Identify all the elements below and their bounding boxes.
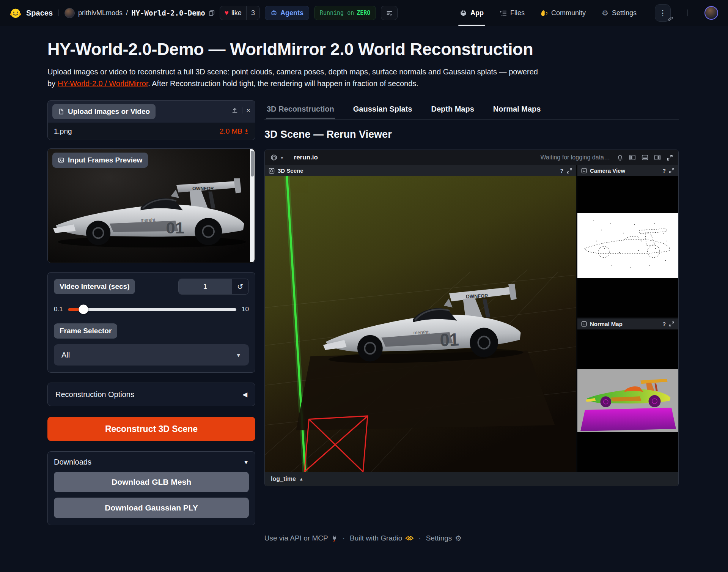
running-on-label: Running on [320, 9, 354, 16]
rerun-topbar: ▾ rerun.io Waiting for logging data… [265, 150, 678, 165]
gradio-link[interactable]: Built with Gradio [350, 534, 414, 542]
logs-button[interactable] [381, 6, 398, 20]
input-frames-preview: Input Frames Preview [47, 148, 255, 263]
scrollbar-thumb[interactable] [251, 151, 254, 176]
upload-actions: × [231, 104, 250, 115]
file-size-label: 2.0 MB [220, 127, 242, 136]
upload-icon[interactable] [231, 107, 238, 114]
panel-bottom-icon[interactable] [642, 154, 648, 161]
expand-icon[interactable] [669, 168, 675, 173]
tab-community[interactable]: Community [541, 0, 586, 26]
reconstruct-button[interactable]: Reconstruct 3D Scene [47, 417, 255, 441]
panel-left-icon[interactable] [629, 154, 636, 161]
breadcrumb-owner[interactable]: prithivMLmods [78, 9, 123, 17]
model-link[interactable]: HY-World-2.0 / WorldMirror [58, 79, 148, 88]
tab-settings-label: Settings [612, 9, 637, 17]
kebab-icon: ⋮ [659, 8, 667, 17]
preview-scrollbar[interactable] [250, 149, 255, 262]
upload-label-chip: Upload Images or Video [52, 104, 156, 119]
footer-settings-link[interactable]: Settings ⚙ [426, 534, 462, 543]
user-avatar[interactable] [704, 6, 718, 20]
scene-viewport[interactable]: OWNFOR mereht. 01 [265, 176, 576, 472]
top-navbar: Spaces prithivMLmods / HY-World-2.0-Demo… [0, 0, 728, 26]
huggingface-logo-icon[interactable] [10, 7, 21, 19]
reconstruction-options-accordion[interactable]: Reconstruction Options ◀ [47, 383, 255, 406]
camera-viewport[interactable] [577, 176, 678, 317]
like-label: like [231, 9, 242, 17]
rerun-status: Waiting for logging data… [540, 154, 610, 161]
download-ply-button[interactable]: Download Gaussian PLY [54, 498, 249, 518]
reset-icon[interactable]: ↺ [232, 279, 248, 294]
tab-normal-maps[interactable]: Normal Maps [492, 102, 542, 119]
api-link[interactable]: Use via API or MCP [264, 534, 338, 542]
scene-panel: 3D Scene ? [265, 165, 576, 472]
section-title: 3D Scene — Rerun Viewer [264, 129, 679, 140]
like-button[interactable]: ♥like 3 [220, 6, 260, 20]
caret-up-icon[interactable]: ▲ [299, 477, 303, 481]
copy-icon[interactable] [209, 10, 215, 16]
bell-icon[interactable] [617, 154, 623, 161]
page-title: HY-World-2.0-Demo — WorldMirror 2.0 Worl… [47, 39, 679, 59]
tab-3d-reconstruction[interactable]: 3D Reconstruction [266, 102, 335, 119]
tab-depth-maps[interactable]: Depth Maps [430, 102, 475, 119]
help-icon[interactable]: ? [662, 168, 666, 174]
rerun-menu-caret-icon[interactable]: ▾ [281, 155, 283, 161]
download-icon [244, 128, 249, 134]
agents-button[interactable]: Agents [265, 6, 309, 20]
running-on-badge[interactable]: Running on ZERO [314, 6, 376, 20]
downloads-label: Downloads [54, 458, 91, 466]
scene-panel-title: 3D Scene [278, 167, 303, 174]
tab-app[interactable]: App [460, 0, 484, 26]
owner-avatar[interactable] [64, 8, 75, 18]
interval-number-input: 1 ↺ [178, 279, 249, 295]
download-glb-button[interactable]: Download GLB Mesh [54, 472, 249, 492]
timeline-label[interactable]: log_time [271, 476, 296, 482]
downloads-accordion[interactable]: Downloads ▼ [54, 458, 249, 466]
fullscreen-icon[interactable] [667, 154, 673, 161]
gear-icon: ⚙ [602, 8, 609, 17]
like-count[interactable]: 3 [246, 6, 259, 20]
link-icon [668, 15, 673, 24]
controls-column: Upload Images or Video × 1.png 2.0 MB [47, 100, 255, 525]
frame-selector-label: Frame Selector [60, 327, 112, 335]
frame-selector-dropdown[interactable]: All ▼ [54, 344, 249, 366]
panel-right-icon[interactable] [654, 154, 661, 161]
interval-slider[interactable] [68, 308, 236, 311]
navbar-divider [58, 9, 59, 16]
file-name[interactable]: 1.png [54, 127, 72, 136]
svg-text:mereht.: mereht. [141, 217, 157, 223]
video-interval-card: Video Interval (secs) 1 ↺ 0.1 10 Frame S… [47, 272, 255, 373]
close-icon[interactable]: × [246, 106, 250, 115]
camera-panel-header: Camera View ? [577, 165, 678, 176]
help-icon[interactable]: ? [560, 168, 563, 174]
chevron-down-icon: ▼ [236, 352, 241, 358]
tab-gaussian-splats[interactable]: Gaussian Splats [352, 102, 413, 119]
collapse-left-icon: ◀ [242, 391, 247, 399]
expand-icon[interactable] [566, 168, 572, 174]
timeline-bar[interactable]: log_time ▲ [265, 472, 678, 486]
spaces-brand[interactable]: Spaces [26, 9, 53, 17]
rerun-logo-icon[interactable] [270, 154, 278, 161]
upload-label: Upload Images or Video [68, 107, 150, 116]
gear-icon: ⚙ [455, 534, 462, 543]
normal-map-viewport[interactable] [577, 329, 678, 472]
hand-icon [541, 9, 548, 17]
description-text-after: . After Reconstruction hold tight, the r… [148, 79, 418, 88]
preview-label: Input Frames Preview [68, 156, 142, 164]
result-tabs: 3D Reconstruction Gaussian Splats Depth … [264, 100, 679, 120]
interval-value[interactable]: 1 [179, 279, 232, 294]
expand-icon[interactable] [669, 321, 675, 327]
tab-settings[interactable]: ⚙ Settings [602, 0, 637, 26]
slider-thumb[interactable] [79, 305, 88, 314]
help-icon[interactable]: ? [662, 321, 666, 327]
tab-files[interactable]: Files [500, 0, 525, 26]
breadcrumb-repo[interactable]: HY-World-2.0-Demo [131, 9, 205, 17]
file-size[interactable]: 2.0 MB [220, 127, 249, 136]
rerun-brand[interactable]: rerun.io [294, 154, 318, 161]
document-icon [58, 109, 64, 115]
like-main[interactable]: ♥like [220, 6, 246, 20]
hardware-label: ZERO [357, 9, 370, 16]
more-options-button[interactable]: ⋮ [655, 4, 671, 22]
uploaded-file-row[interactable]: 1.png 2.0 MB [48, 123, 255, 140]
svg-text:OWNFOR: OWNFOR [466, 293, 488, 299]
